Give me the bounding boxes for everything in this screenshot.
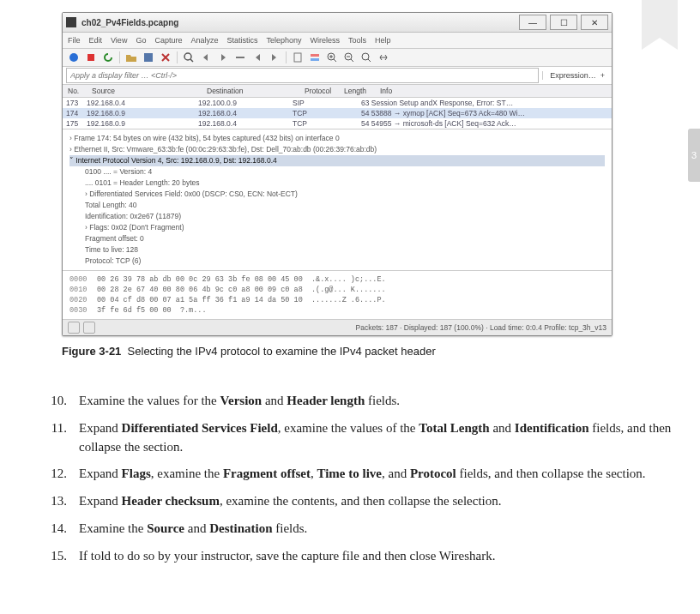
svg-point-0 <box>69 53 78 62</box>
step-body: Expand Flags, examine the Fragment offse… <box>79 465 676 484</box>
go-back-icon[interactable] <box>200 51 212 63</box>
tree-header-len[interactable]: .... 0101 = Header Length: 20 bytes <box>69 178 605 189</box>
menu-wireless[interactable]: Wireless <box>311 36 341 45</box>
list-item: 13.Expand Header checksum, examine the c… <box>27 492 676 511</box>
cell-no: 173 <box>66 98 87 108</box>
cell-info: 63 Session Setup andX Response, Error: S… <box>361 98 608 108</box>
tree-ttl[interactable]: Time to live: 128 <box>69 244 605 256</box>
tool-bar <box>63 49 612 67</box>
stop-capture-icon[interactable] <box>85 51 97 63</box>
cell-src: 192.168.0.4 <box>87 98 198 108</box>
tree-flags[interactable]: › Flags: 0x02 (Don't Fragment) <box>69 222 605 233</box>
display-filter-input[interactable] <box>66 68 539 83</box>
figure-number: Figure 3-21 <box>62 345 121 358</box>
maximize-button[interactable]: ☐ <box>550 15 577 30</box>
zoom-reset-icon[interactable] <box>360 51 372 63</box>
hex-offset: 0010 <box>69 285 97 295</box>
restart-capture-icon[interactable] <box>102 51 114 63</box>
menu-statistics[interactable]: Statistics <box>226 36 257 45</box>
go-forward-icon[interactable] <box>217 51 229 63</box>
hex-ascii: .&.x.... )c;...E. <box>311 275 386 284</box>
find-packet-icon[interactable] <box>183 51 195 63</box>
minimize-button[interactable]: — <box>519 15 546 30</box>
col-length[interactable]: Length <box>342 86 378 96</box>
tree-ident[interactable]: Identification: 0x2e67 (11879) <box>69 211 605 222</box>
tree-version[interactable]: 0100 .... = Version: 4 <box>69 166 605 178</box>
cell-proto: SIP <box>293 98 329 108</box>
packet-bytes-pane[interactable]: 000000 26 39 78 ab db 00 0c 29 63 3b fe … <box>63 271 612 319</box>
packet-details-pane[interactable]: › Frame 174: 54 bytes on wire (432 bits)… <box>63 129 612 271</box>
col-no[interactable]: No. <box>66 86 90 96</box>
cell-len <box>329 118 361 129</box>
zoom-in-icon[interactable] <box>326 51 338 63</box>
tree-ipv4[interactable]: ˅ Internet Protocol Version 4, Src: 192.… <box>69 155 605 166</box>
menu-bar: File Edit View Go Capture Analyze Statis… <box>63 33 612 49</box>
open-file-icon[interactable] <box>125 51 137 63</box>
go-to-packet-icon[interactable] <box>234 51 246 63</box>
col-proto[interactable]: Protocol <box>303 86 342 96</box>
cell-len <box>329 108 361 118</box>
step-body: Examine the Source and Destination field… <box>79 520 676 539</box>
packet-row[interactable]: 174 192.168.0.9 192.168.0.4 TCP 54 53888… <box>63 108 612 118</box>
zoom-out-icon[interactable] <box>343 51 355 63</box>
close-file-icon[interactable] <box>160 51 172 63</box>
hex-ascii: .......Z .6....P. <box>311 296 386 304</box>
menu-file[interactable]: File <box>68 36 81 45</box>
expression-label: Expression… <box>550 71 596 80</box>
chapter-side-tab[interactable]: 3 <box>688 129 700 182</box>
step-body: Examine the values for the Version and H… <box>79 392 676 411</box>
cell-proto: TCP <box>293 108 329 118</box>
tree-frag-off[interactable]: Fragment offset: 0 <box>69 233 605 244</box>
window-title: ch02_Pv4Fields.pcapng <box>81 18 516 27</box>
col-dest[interactable]: Destination <box>205 86 303 96</box>
tree-protocol[interactable]: Protocol: TCP (6) <box>69 256 605 267</box>
cell-len <box>329 98 361 108</box>
save-icon[interactable] <box>142 51 154 63</box>
separator <box>119 51 120 63</box>
colorize-icon[interactable] <box>309 51 321 63</box>
menu-capture[interactable]: Capture <box>154 36 182 45</box>
tree-total-len[interactable]: Total Length: 40 <box>69 200 605 211</box>
hex-ascii: .(.g@... K....... <box>311 286 386 294</box>
expression-button[interactable]: Expression… + <box>542 71 612 80</box>
tree-frame[interactable]: › Frame 174: 54 bytes on wire (432 bits)… <box>69 133 605 144</box>
tree-dsf[interactable]: › Differentiated Services Field: 0x00 (D… <box>69 189 605 200</box>
status-icon[interactable] <box>68 322 80 334</box>
step-number: 10. <box>27 392 79 411</box>
cell-no: 174 <box>66 108 87 118</box>
menu-view[interactable]: View <box>111 36 127 45</box>
bookmark-ribbon[interactable] <box>642 0 678 38</box>
packet-row[interactable]: 173 192.168.0.4 192.100.0.9 SIP 63 Sessi… <box>63 98 612 108</box>
menu-analyze[interactable]: Analyze <box>190 36 218 45</box>
list-item: 15.If told to do so by your instructor, … <box>27 547 676 566</box>
menu-go[interactable]: Go <box>136 36 146 45</box>
hex-row: 001000 28 2e 67 40 00 80 06 4b 9c c0 a8 … <box>69 285 605 295</box>
separator <box>286 51 287 63</box>
first-packet-icon[interactable] <box>251 51 263 63</box>
list-item: 11.Expand Differentiated Services Field,… <box>27 419 676 457</box>
svg-rect-1 <box>88 54 94 61</box>
step-number: 12. <box>27 465 79 484</box>
cell-no: 175 <box>66 118 87 129</box>
menu-edit[interactable]: Edit <box>89 36 103 45</box>
col-info[interactable]: Info <box>378 86 608 96</box>
last-packet-icon[interactable] <box>269 51 281 63</box>
menu-help[interactable]: Help <box>375 36 391 45</box>
packet-list[interactable]: 173 192.168.0.4 192.100.0.9 SIP 63 Sessi… <box>63 98 612 129</box>
step-body: Expand Header checksum, examine the cont… <box>79 492 676 511</box>
close-button[interactable]: ✕ <box>581 15 608 30</box>
menu-telephony[interactable]: Telephony <box>266 36 301 45</box>
menu-tools[interactable]: Tools <box>348 36 366 45</box>
cell-proto: TCP <box>293 118 329 129</box>
hex-bytes: 00 04 cf d8 00 07 a1 5a ff 36 f1 a9 14 d… <box>97 296 303 304</box>
hex-bytes: 00 26 39 78 ab db 00 0c 29 63 3b fe 08 0… <box>97 275 303 284</box>
status-icon[interactable] <box>83 322 95 334</box>
step-number: 11. <box>27 419 79 457</box>
start-capture-icon[interactable] <box>68 51 80 63</box>
tree-ethernet[interactable]: › Ethernet II, Src: Vmware_63:3b:fe (00:… <box>69 144 605 155</box>
auto-scroll-icon[interactable] <box>292 51 304 63</box>
window-titlebar: ch02_Pv4Fields.pcapng — ☐ ✕ <box>63 13 612 33</box>
resize-columns-icon[interactable] <box>377 51 389 63</box>
col-source[interactable]: Source <box>90 86 205 96</box>
packet-row[interactable]: 175 192.168.0.9 192.168.0.4 TCP 54 54955… <box>63 118 612 129</box>
